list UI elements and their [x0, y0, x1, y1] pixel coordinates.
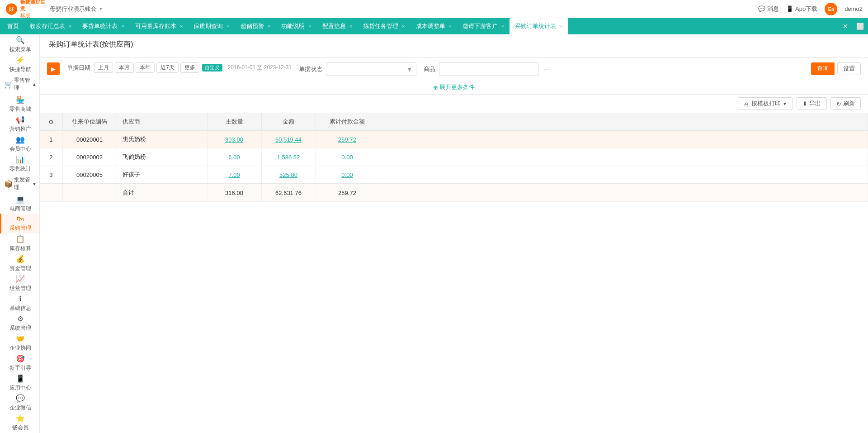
sidebar-item-member-center[interactable]: 👥 会员中心 — [0, 134, 39, 154]
tab-overstock-warning[interactable]: 超储预警 × — [235, 18, 276, 34]
col-header-supplier: 供应商 — [117, 113, 207, 131]
footer-paid: 259.72 — [316, 184, 379, 202]
tab-order-stats[interactable]: 要货单统计表 × — [77, 18, 129, 34]
tab-cost-adjust[interactable]: 成本调整单 × — [410, 18, 457, 34]
main-layout: 🔍 搜索菜单 ⚡ 快捷导航 🛒 零售管理 ▲ 🏪 零售商城 📢 营销推广 👥 会… — [0, 34, 868, 433]
row-amount: 1,586.52 — [261, 148, 316, 166]
tab-config-info[interactable]: 配置信息 × — [317, 18, 358, 34]
sidebar-item-search[interactable]: 🔍 搜索菜单 — [0, 34, 39, 54]
workspace-selector[interactable]: 母婴行业演示账套 ▼ — [50, 5, 754, 13]
row-index: 2 — [40, 148, 62, 166]
maximize-button[interactable]: ⬜ — [854, 20, 866, 33]
sidebar-item-purchase[interactable]: 🛍 采购管理 — [0, 214, 39, 233]
this-month-button[interactable]: 本月 — [115, 62, 134, 73]
this-year-button[interactable]: 本年 — [136, 62, 155, 73]
close-icon[interactable]: × — [180, 24, 183, 29]
close-icon[interactable]: × — [226, 24, 229, 29]
row-supplier: 飞鹤奶粉 — [117, 148, 207, 166]
custom-date-tag: 自定义 — [202, 64, 222, 71]
tab-purchase-order-stats[interactable]: 采购订单统计表 × — [509, 18, 568, 34]
sidebar-item-enterprise-collab[interactable]: 🤝 企业协同 — [0, 333, 39, 353]
row-qty: 303.00 — [207, 131, 261, 148]
row-code: 00020005 — [62, 166, 117, 184]
row-paid: 259.72 — [316, 131, 379, 148]
logo-icon: 好 — [5, 2, 18, 16]
search-icon: 🔍 — [16, 36, 25, 44]
workspace-chevron-icon: ▼ — [99, 6, 103, 11]
close-icon[interactable]: × — [268, 24, 270, 29]
user-name[interactable]: demo2 — [844, 5, 863, 12]
goods-more-button[interactable]: ··· — [544, 65, 550, 73]
table-row[interactable]: 3 00020005 好孩子 7.00 525.80 0.00 — [40, 166, 868, 184]
date-range-display: 2016-01-01 至 2023-12-31 — [228, 64, 292, 71]
sidebar-item-marketing[interactable]: 📢 营销推广 — [0, 114, 39, 134]
app-download-button[interactable]: 📱 App下载 — [786, 5, 817, 13]
row-paid: 0.00 — [316, 148, 379, 166]
status-filter-group: 单据状态 ▼ — [299, 62, 416, 76]
sidebar-item-app-center[interactable]: 📱 应用中心 — [0, 373, 39, 393]
7days-button[interactable]: 近7天 — [156, 62, 179, 73]
sidebar-item-operations[interactable]: 📈 经营管理 — [0, 274, 39, 294]
col-header-extra — [379, 113, 868, 131]
member-icon: 👥 — [16, 135, 25, 144]
col-header-code: 往来单位编码 — [62, 113, 117, 131]
sidebar-item-basic-info[interactable]: ℹ 基础信息 — [0, 294, 39, 314]
close-icon[interactable]: × — [308, 24, 311, 29]
sidebar-item-retail-shop[interactable]: 🏪 零售商城 — [0, 94, 39, 114]
export-button[interactable]: ⬇ 导出 — [797, 97, 827, 110]
row-code: 00020002 — [62, 148, 117, 166]
query-button[interactable]: 查询 — [811, 62, 835, 75]
download-icon: 📱 — [786, 5, 793, 12]
settings-button[interactable]: 设置 — [837, 62, 861, 75]
sidebar-item-enterprise-wechat[interactable]: 💬 企业微信 — [0, 393, 39, 413]
settings-col-header[interactable]: ⚙ — [40, 113, 62, 131]
sidebar-item-retail-stats[interactable]: 📊 零售统计 — [0, 154, 39, 174]
close-all-tabs-button[interactable]: ✕ — [839, 20, 852, 33]
close-icon[interactable]: × — [560, 24, 562, 29]
table-footer-row: 合计 316.00 62,631.76 259.72 — [40, 184, 868, 202]
tab-receivable-summary[interactable]: 收发存汇总表 × — [24, 18, 77, 34]
tab-function-desc[interactable]: 功能说明 × — [276, 18, 316, 34]
row-qty: 7.00 — [207, 166, 261, 184]
close-icon[interactable]: × — [349, 24, 352, 29]
last-month-button[interactable]: 上月 — [94, 62, 113, 73]
tab-pick-task[interactable]: 拣货任务管理 × — [358, 18, 410, 34]
row-code: 00020001 — [62, 131, 117, 148]
svg-text:好: 好 — [9, 6, 14, 12]
sidebar-item-new-guide[interactable]: 🎯 新手引导 — [0, 353, 39, 373]
close-icon[interactable]: × — [501, 24, 504, 29]
message-button[interactable]: 💬 消息 — [758, 5, 779, 13]
top-right-area: 💬 消息 📱 App下载 Ea demo2 — [758, 3, 863, 15]
close-icon[interactable]: × — [449, 24, 452, 29]
sidebar-item-finance[interactable]: 💰 资金管理 — [0, 254, 39, 274]
tab-shelf-life[interactable]: 保质期查询 × — [188, 18, 235, 34]
status-select[interactable]: ▼ — [326, 62, 416, 76]
table-row[interactable]: 2 00020002 飞鹤奶粉 6.00 1,586.52 0.00 — [40, 148, 868, 166]
tab-invite-downstream[interactable]: 邀请下游客户 × — [457, 18, 509, 34]
sidebar-item-wholesale[interactable]: 📦 批发管理 ▼ — [0, 174, 39, 194]
close-icon[interactable]: × — [402, 24, 405, 29]
sidebar-item-retail-management[interactable]: 🛒 零售管理 ▲ — [0, 74, 39, 94]
print-button[interactable]: 🖨 按模板打印 ▼ — [738, 97, 793, 110]
goods-input[interactable] — [439, 62, 538, 76]
wechat-icon: 💬 — [16, 394, 25, 403]
sidebar-item-vip[interactable]: ⭐ 畅会员 — [0, 413, 39, 433]
filter-toggle-button[interactable]: ▶ — [47, 62, 60, 75]
sidebar-item-inventory[interactable]: 📋 库存核算 — [0, 233, 39, 253]
sidebar-item-quick-nav[interactable]: ⚡ 快捷导航 — [0, 54, 39, 74]
close-icon[interactable]: × — [121, 24, 124, 29]
sidebar-item-system[interactable]: ⚙ 系统管理 — [0, 314, 39, 333]
sidebar-item-ecommerce[interactable]: 💻 电商管理 — [0, 194, 39, 214]
tab-available-inventory[interactable]: 可用量库存账本 × — [130, 18, 188, 34]
logo-area: 好 畅捷通好生意 标版 — [5, 0, 45, 19]
table-row[interactable]: 1 00020001 惠氏奶粉 303.00 60,519.44 259.72 — [40, 131, 868, 148]
tab-home[interactable]: 首页 — [2, 18, 24, 34]
expand-more-button[interactable]: ⊕ 展开更多条件 — [433, 83, 475, 91]
row-amount: 525.80 — [261, 166, 316, 184]
row-index: 3 — [40, 166, 62, 184]
more-date-button[interactable]: 更多 — [180, 62, 199, 73]
footer-extra — [379, 184, 868, 202]
refresh-button[interactable]: ↻ 刷新 — [830, 97, 861, 110]
operations-icon: 📈 — [16, 275, 25, 283]
close-icon[interactable]: × — [69, 24, 71, 29]
